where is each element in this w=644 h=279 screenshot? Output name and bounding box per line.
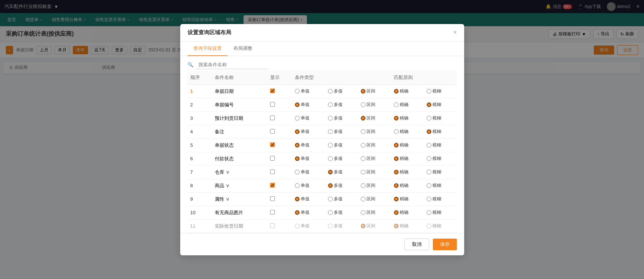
modal-table: 顺序 条件名称 显示 条件类型 匹配原则 1单据日期单值多值区间精确模糊2单据编… [187,71,457,78]
modal-table-wrap: 顺序 条件名称 显示 条件类型 匹配原则 1单据日期单值多值区间精确模糊2单据编… [180,71,464,78]
modal-tab-field-settings-label: 查询字段设置 [193,46,222,51]
modal-header: 设置查询区域布局 × [180,24,464,42]
col-header-match: 匹配原则 [391,71,457,78]
search-icon: 🔍 [187,62,193,67]
modal-close-button[interactable]: × [453,29,457,36]
col-header-display: 显示 [267,71,292,78]
modal-title: 设置查询区域布局 [187,29,231,36]
modal-tab-layout-adjust-label: 布局调整 [233,46,252,51]
col-header-order: 顺序 [187,71,212,78]
modal-table-header-row: 顺序 条件名称 显示 条件类型 匹配原则 [187,71,457,78]
modal-tab-field-settings[interactable]: 查询字段设置 [187,42,228,56]
col-header-name: 条件名称 [212,71,267,78]
modal: 设置查询区域布局 × 查询字段设置 布局调整 🔍 顺序 条件名称 [180,24,464,78]
modal-search-section: 🔍 [180,56,464,71]
modal-tabs: 查询字段设置 布局调整 [180,42,464,56]
modal-tab-layout-adjust[interactable]: 布局调整 [228,42,258,56]
search-input[interactable] [195,60,268,69]
modal-overlay: 设置查询区域布局 × 查询字段设置 布局调整 🔍 顺序 条件名称 [0,0,644,77]
col-header-type: 条件类型 [292,71,391,78]
